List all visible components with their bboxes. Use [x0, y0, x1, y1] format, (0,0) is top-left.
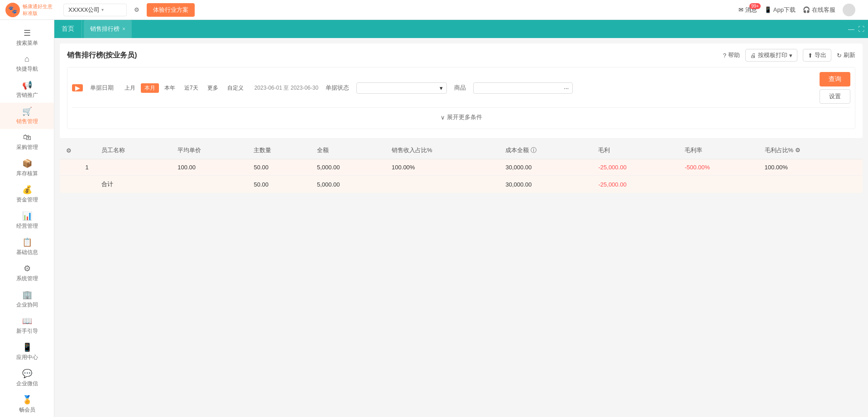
- online-service-btn[interactable]: 🎧 在线客服: [803, 6, 835, 14]
- date-tab-last[interactable]: 上月: [121, 83, 139, 93]
- print-chevron-icon: ▾: [789, 52, 792, 59]
- logo-area: 🐾 畅康通好生意 标准版: [5, 3, 60, 17]
- query-button[interactable]: 查询: [820, 72, 850, 86]
- status-chevron-icon: ▾: [440, 85, 443, 91]
- page-title: 销售排行榜(按业务员): [67, 51, 137, 60]
- wechat-icon: 💬: [22, 369, 32, 379]
- sidebar-item-label: 搜索菜单: [16, 39, 38, 47]
- row-profit-rate: -500.00%: [679, 159, 759, 176]
- sidebar-item-operations[interactable]: 📊 经营管理: [0, 207, 54, 234]
- logo-icon: 🐾: [5, 3, 20, 17]
- sidebar-item-wechat[interactable]: 💬 企业微信: [0, 365, 54, 391]
- sidebar-item-sales[interactable]: 🛒 销售管理: [0, 103, 54, 129]
- expand-label: 展开更多条件: [447, 113, 482, 121]
- settings-button[interactable]: 设置: [820, 89, 850, 104]
- goods-input[interactable]: ···: [473, 82, 573, 94]
- date-tab-custom[interactable]: 自定义: [224, 83, 247, 93]
- sidebar-item-label: 畅会员: [19, 406, 35, 414]
- trial-button[interactable]: 体验行业方案: [147, 3, 195, 17]
- sidebar-item-quick-nav[interactable]: ⌂ 快捷导航: [0, 51, 54, 77]
- sidebar-item-finance[interactable]: 💰 资金管理: [0, 181, 54, 207]
- help-icon: ?: [723, 52, 726, 59]
- sidebar-item-label: 系统管理: [16, 275, 38, 283]
- col-qty: 主数量: [248, 142, 311, 159]
- avatar[interactable]: [843, 4, 855, 16]
- tab-sales-rank[interactable]: 销售排行榜 ×: [84, 20, 132, 38]
- row-rank: 1: [78, 159, 96, 176]
- sidebar-item-guide[interactable]: 📖 新手引导: [0, 312, 54, 339]
- tab-minimize-btn[interactable]: —: [848, 25, 854, 33]
- filter-collapse-btn[interactable]: ▶: [72, 84, 83, 91]
- col-profit: 毛利: [593, 142, 679, 159]
- logo-text: 畅康通好生意 标准版: [23, 3, 53, 16]
- col-settings[interactable]: ⚙: [60, 142, 78, 159]
- sidebar-item-inventory[interactable]: 📦 库存核算: [0, 155, 54, 181]
- export-btn[interactable]: ⬆ 导出: [803, 49, 831, 62]
- sidebar-item-enterprise[interactable]: 🏢 企业协同: [0, 286, 54, 312]
- enterprise-icon: 🏢: [22, 290, 32, 300]
- date-tab-7days[interactable]: 近7天: [181, 83, 202, 93]
- col-avg-price: 平均单价: [172, 142, 248, 159]
- sidebar-item-label: 经营管理: [16, 222, 38, 230]
- basic-info-icon: 📋: [22, 237, 32, 247]
- help-btn[interactable]: ? 帮助: [723, 51, 740, 59]
- company-selector[interactable]: XXXXX公司 ▾: [63, 4, 127, 16]
- row-profit: -25,000.00: [593, 159, 679, 176]
- sidebar-item-label: 快捷导航: [16, 65, 38, 73]
- company-name: XXXXX公司: [68, 6, 100, 14]
- sidebar-item-basic-info[interactable]: 📋 基础信息: [0, 234, 54, 260]
- sidebar-item-label: 营销推广: [16, 91, 38, 99]
- sidebar-item-search[interactable]: ☰ 搜索菜单: [0, 24, 54, 51]
- row-qty: 50.00: [248, 159, 311, 176]
- marketing-icon: 📢: [22, 80, 32, 90]
- chevron-down-icon: ▾: [101, 7, 104, 12]
- app-center-icon: 📱: [22, 342, 32, 352]
- footer-amount: 5,000.00: [312, 176, 386, 193]
- settings-icon-btn[interactable]: ⚙: [130, 4, 143, 16]
- date-tab-year[interactable]: 本年: [161, 83, 179, 93]
- sidebar-item-app-center[interactable]: 📱 应用中心: [0, 339, 54, 365]
- col-sales-pct: 销售收入占比%: [386, 142, 500, 159]
- tab-home[interactable]: 首页: [54, 20, 82, 38]
- status-select[interactable]: ▾: [356, 82, 447, 94]
- member-icon: 🏅: [22, 395, 32, 405]
- date-tab-more[interactable]: 更多: [204, 83, 222, 93]
- tab-close-icon[interactable]: ×: [122, 26, 125, 32]
- date-tabs: 上月 本月 本年 近7天 更多 自定义: [121, 83, 247, 93]
- footer-avg-price: [172, 176, 248, 193]
- message-area[interactable]: ✉ 消息 99+: [739, 6, 757, 14]
- sidebar: ☰ 搜索菜单 ⌂ 快捷导航 📢 营销推广 🛒 销售管理 🛍 采购管理: [0, 20, 54, 417]
- tab-maximize-btn[interactable]: ⛶: [858, 25, 864, 33]
- sidebar-item-member[interactable]: 🏅 畅会员: [0, 391, 54, 417]
- sidebar-item-label: 应用中心: [16, 354, 38, 361]
- row-cost-amount: 30,000.00: [500, 159, 593, 176]
- footer-rank: [78, 176, 96, 193]
- col-amount: 全额: [312, 142, 386, 159]
- col-profit-pct: 毛利占比% ⚙: [759, 142, 863, 159]
- row-amount: 5,000.00: [312, 159, 386, 176]
- print-btn[interactable]: 🖨 按模板打印 ▾: [745, 49, 797, 62]
- guide-icon: 📖: [22, 316, 32, 326]
- goods-more-icon[interactable]: ···: [564, 85, 569, 91]
- footer-settings: [60, 176, 78, 193]
- phone-icon: 📱: [764, 6, 772, 13]
- footer-cost-amount: 30,000.00: [500, 176, 593, 193]
- print-icon: 🖨: [750, 52, 756, 59]
- tab-sales-rank-label: 销售排行榜: [90, 25, 120, 33]
- purchase-icon: 🛍: [23, 133, 31, 142]
- row-sales-pct: 100.00%: [386, 159, 500, 176]
- app-download-btn[interactable]: 📱 App下载: [764, 6, 796, 14]
- table-card: ⚙ 员工名称 平均单价 主数量 全额 销售收入占比% 成本全额 ⓘ 毛利 毛利率: [60, 142, 863, 193]
- expand-more-btn[interactable]: ∨ 展开更多条件: [438, 110, 485, 124]
- date-tab-current[interactable]: 本月: [141, 83, 159, 93]
- sales-icon: 🛒: [22, 106, 32, 116]
- message-badge: 99+: [749, 3, 761, 9]
- message-icon: ✉: [739, 6, 743, 13]
- operations-icon: 📊: [22, 211, 32, 221]
- sidebar-item-label: 企业协同: [16, 301, 38, 309]
- system-icon: ⚙: [24, 264, 31, 273]
- sidebar-item-purchase[interactable]: 🛍 采购管理: [0, 129, 54, 155]
- refresh-btn[interactable]: ↻ 刷新: [837, 51, 855, 59]
- sidebar-item-system[interactable]: ⚙ 系统管理: [0, 260, 54, 286]
- sidebar-item-marketing[interactable]: 📢 营销推广: [0, 77, 54, 103]
